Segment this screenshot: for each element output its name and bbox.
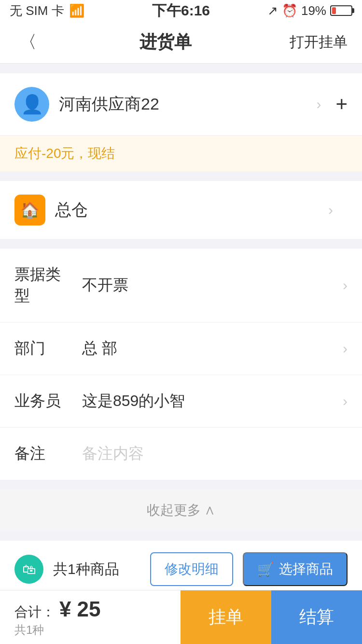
main-content: 👤 河南供应商22 › + 应付-20元，现结 🏠 总仓 › 票据类型 不开票 … [0, 73, 362, 644]
open-hang-button[interactable]: 打开挂单 [290, 32, 348, 52]
bag-icon: 🛍 [22, 561, 36, 577]
supplier-name: 河南供应商22 [59, 93, 316, 115]
department-value: 总 部 [72, 338, 343, 359]
select-product-button[interactable]: 🛒 选择商品 [243, 552, 348, 586]
salesman-row[interactable]: 业务员 这是859的小智 › [0, 375, 362, 428]
person-icon: 👤 [21, 94, 43, 115]
page-title: 进货单 [139, 30, 192, 54]
battery-indicator [330, 5, 352, 16]
invoice-type-chevron-icon: › [343, 277, 348, 294]
salesman-value: 这是859的小智 [72, 391, 343, 412]
payment-alert: 应付-20元，现结 [0, 136, 362, 171]
remark-row[interactable]: 备注 备注内容 [0, 428, 362, 480]
supplier-avatar: 👤 [14, 87, 49, 122]
products-icon: 🛍 [14, 555, 43, 584]
select-product-label: 选择商品 [279, 560, 333, 578]
supplier-section: 👤 河南供应商22 › + 应付-20元，现结 [0, 73, 362, 171]
add-button[interactable]: + [335, 93, 348, 116]
department-label: 部门 [14, 338, 72, 359]
collapse-button[interactable]: 收起更多 ∧ [0, 490, 362, 531]
wifi-icon: 📶 [69, 3, 84, 18]
nav-bar: 〈 进货单 打开挂单 [0, 21, 362, 64]
warehouse-name: 总仓 [55, 199, 328, 221]
invoice-type-value: 不开票 [72, 275, 343, 296]
remark-value: 备注内容 [72, 443, 348, 464]
form-section: 票据类型 不开票 › 部门 总 部 › 业务员 这是859的小智 › 备注 备注… [0, 249, 362, 480]
status-bar: 无 SIM 卡 📶 下午6:16 ↗ ⏰ 19% [0, 0, 362, 21]
department-chevron-icon: › [343, 340, 348, 357]
home-icon: 🏠 [20, 201, 40, 219]
carrier-label: 无 SIM 卡 [10, 2, 64, 19]
status-time: 下午6:16 [152, 1, 210, 21]
salesman-label: 业务员 [14, 391, 72, 412]
alarm-icon: ⏰ [282, 3, 297, 18]
department-row[interactable]: 部门 总 部 › [0, 322, 362, 375]
total-label: 合计： [14, 604, 55, 619]
battery-percent: 19% [301, 3, 326, 18]
supplier-row[interactable]: 👤 河南供应商22 › + [0, 73, 362, 136]
products-count: 共1种商品 [53, 560, 150, 579]
back-button[interactable]: 〈 [14, 26, 42, 59]
modify-detail-button[interactable]: 修改明细 [150, 552, 233, 586]
salesman-chevron-icon: › [343, 393, 348, 409]
total-section: 合计： ¥ 25 共1种 [0, 590, 181, 644]
total-count: 共1种 [14, 622, 166, 638]
invoice-type-label: 票据类型 [14, 264, 72, 307]
location-icon: ↗ [267, 3, 278, 18]
remark-label: 备注 [14, 443, 72, 464]
invoice-type-row[interactable]: 票据类型 不开票 › [0, 249, 362, 322]
total-row: 合计： ¥ 25 [14, 597, 166, 621]
hang-button[interactable]: 挂单 [181, 590, 271, 644]
cart-icon: 🛒 [257, 561, 274, 577]
total-amount: ¥ 25 [59, 597, 101, 621]
bottom-bar: 合计： ¥ 25 共1种 挂单 结算 [0, 590, 362, 644]
warehouse-row[interactable]: 🏠 总仓 › [0, 181, 362, 239]
supplier-chevron-icon: › [316, 96, 321, 112]
warehouse-icon: 🏠 [14, 195, 45, 225]
warehouse-chevron-icon: › [328, 202, 333, 218]
checkout-button[interactable]: 结算 [271, 590, 362, 644]
